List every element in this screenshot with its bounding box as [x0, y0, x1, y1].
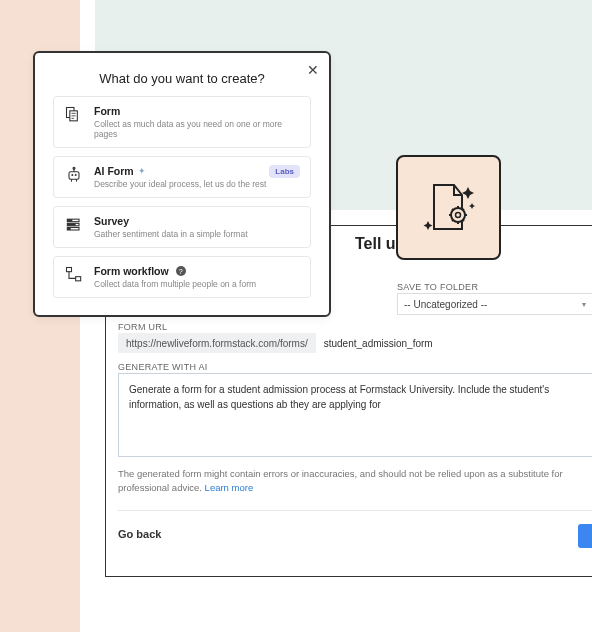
option-desc: Collect data from multiple people on a f…	[94, 279, 256, 289]
learn-more-link[interactable]: Learn more	[205, 482, 254, 493]
help-icon[interactable]: ?	[176, 266, 186, 276]
svg-line-7	[462, 219, 464, 221]
disclaimer-body: The generated form might contain errors …	[118, 468, 563, 493]
option-desc: Gather sentiment data in a simple format	[94, 229, 248, 239]
option-title: Survey	[94, 215, 129, 227]
svg-rect-26	[67, 223, 75, 226]
robot-icon	[64, 165, 84, 185]
chevron-down-icon: ▾	[582, 300, 586, 309]
svg-rect-29	[76, 277, 81, 281]
option-form[interactable]: Form Collect as much data as you need on…	[53, 96, 311, 148]
go-back-button[interactable]: Go back	[118, 528, 161, 540]
svg-point-16	[71, 174, 73, 176]
hero-illustration	[396, 155, 501, 260]
modal-options: Form Collect as much data as you need on…	[35, 86, 329, 298]
folder-select-value: -- Uncategorized --	[404, 299, 487, 310]
form-icon	[64, 105, 84, 125]
svg-line-6	[452, 209, 454, 211]
survey-icon	[64, 215, 84, 235]
folder-select[interactable]: -- Uncategorized -- ▾	[397, 293, 592, 315]
option-desc: Collect as much data as you need on one …	[94, 119, 300, 139]
generate-ai-textarea[interactable]: Generate a form for a student admission …	[118, 373, 592, 457]
option-title: AI Form	[94, 165, 134, 177]
svg-point-19	[73, 167, 75, 169]
svg-rect-15	[69, 172, 79, 180]
option-survey[interactable]: Survey Gather sentiment data in a simple…	[53, 206, 311, 248]
option-title: Form workflow	[94, 265, 169, 277]
generate-ai-label: GENERATE WITH AI	[118, 362, 208, 372]
svg-rect-28	[67, 268, 72, 272]
url-prefix: https://newliveform.formstack.com/forms/	[118, 333, 316, 353]
primary-button[interactable]	[578, 524, 592, 548]
labs-badge: Labs	[269, 165, 300, 178]
svg-rect-25	[67, 219, 72, 222]
svg-line-9	[462, 209, 464, 211]
divider	[118, 510, 592, 511]
form-url-label: FORM URL	[118, 322, 167, 332]
document-gear-icon	[414, 173, 484, 243]
form-url-row: https://newliveform.formstack.com/forms/…	[118, 333, 592, 353]
create-modal: ✕ What do you want to create? Form Colle…	[33, 51, 331, 317]
save-folder-label: SAVE TO FOLDER	[397, 282, 478, 292]
modal-title: What do you want to create?	[35, 71, 329, 86]
workflow-icon	[64, 265, 84, 285]
close-icon[interactable]: ✕	[307, 63, 319, 77]
option-ai-form[interactable]: AI Form ✦ Describe your ideal process, l…	[53, 156, 311, 198]
disclaimer-text: The generated form might contain errors …	[118, 467, 592, 495]
option-form-workflow[interactable]: Form workflow ? Collect data from multip…	[53, 256, 311, 298]
sparkle-icon: ✦	[138, 166, 146, 176]
svg-point-17	[75, 174, 77, 176]
option-desc: Describe your ideal process, let us do t…	[94, 179, 266, 189]
option-title: Form	[94, 105, 120, 117]
url-name-input[interactable]: student_admission_form	[316, 333, 441, 353]
svg-rect-27	[67, 228, 70, 231]
svg-line-8	[452, 219, 454, 221]
